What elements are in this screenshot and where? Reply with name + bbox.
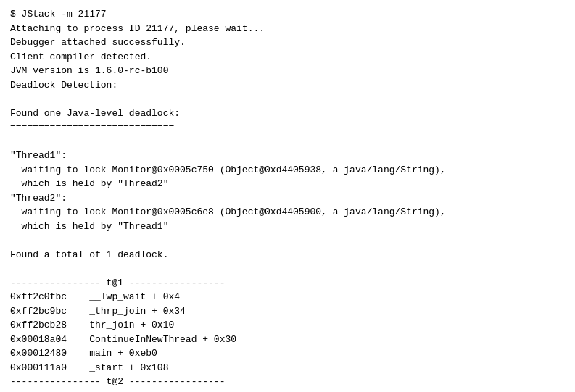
terminal-output: $ JStack -m 21177 Attaching to process I…: [12, 9, 563, 392]
